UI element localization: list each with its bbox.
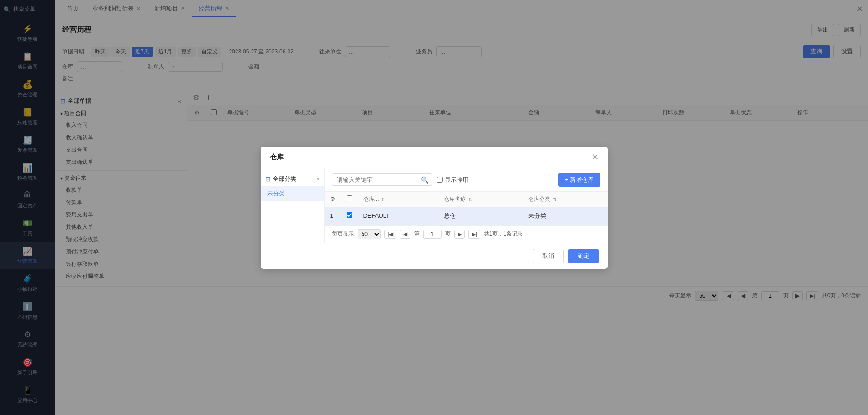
table-row[interactable]: 1 DEFAULT 总仓 未分类 xyxy=(325,207,608,225)
table-header-row: ⚙ 仓库... ⇅ 仓库名称 ⇅ xyxy=(325,192,608,207)
td-code: DEFAULT xyxy=(358,207,439,225)
add-warehouse-button[interactable]: + 新增仓库 xyxy=(558,173,600,187)
th-checkbox xyxy=(341,192,358,207)
modal-next-page-btn[interactable]: ▶ xyxy=(454,230,465,239)
modal-page-input[interactable] xyxy=(423,230,442,239)
modal-last-page-btn[interactable]: ▶| xyxy=(468,230,480,239)
modal-search-input[interactable] xyxy=(332,173,432,186)
modal-left-header: ⊞ 全部分类 « xyxy=(261,172,324,186)
modal-close-button[interactable]: ✕ xyxy=(592,153,599,161)
th-code: 仓库... ⇅ xyxy=(358,192,439,207)
modal-grid-icon: ⊞ xyxy=(265,175,271,183)
th-settings: ⚙ xyxy=(325,192,341,207)
td-category: 未分类 xyxy=(523,207,607,225)
modal-page-word: 第 xyxy=(414,230,420,238)
modal-left-panel: ⊞ 全部分类 « 未分类 xyxy=(261,168,325,243)
uncategorized-label: 未分类 xyxy=(267,189,285,198)
cancel-button[interactable]: 取消 xyxy=(533,249,564,263)
modal-right-panel: 🔍 显示停用 + 新增仓库 ⚙ xyxy=(325,168,608,243)
modal-prev-page-btn[interactable]: ◀ xyxy=(400,230,410,239)
show-disabled-label[interactable]: 显示停用 xyxy=(437,176,468,184)
modal-title: 仓库 xyxy=(270,153,284,162)
modal-page-label: 页 xyxy=(445,230,451,238)
td-row-num: 1 xyxy=(325,207,341,225)
collapse-left-icon[interactable]: « xyxy=(316,176,320,182)
modal-per-page-label: 每页显示 xyxy=(332,230,354,238)
modal-header: 仓库 ✕ xyxy=(261,147,608,168)
modal-header-checkbox[interactable] xyxy=(347,195,352,201)
modal-toolbar: 🔍 显示停用 + 新增仓库 xyxy=(325,168,608,192)
modal-pagination: 每页显示 50 100 |◀ ◀ 第 页 ▶ ▶| 共1页，1条记录 xyxy=(325,225,608,243)
modal-table: ⚙ 仓库... ⇅ 仓库名称 ⇅ xyxy=(325,192,608,225)
modal-per-page-select[interactable]: 50 100 xyxy=(358,229,381,239)
sort-category-icon: ⇅ xyxy=(553,197,557,202)
show-disabled-checkbox[interactable] xyxy=(437,177,443,183)
th-name: 仓库名称 ⇅ xyxy=(438,192,523,207)
row-checkbox[interactable] xyxy=(347,212,352,218)
sort-name-icon: ⇅ xyxy=(468,197,472,202)
modal-uncategorized-item[interactable]: 未分类 xyxy=(261,186,324,201)
modal-body: ⊞ 全部分类 « 未分类 🔍 显示停用 xyxy=(261,168,608,243)
all-category-label: 全部分类 xyxy=(273,175,296,183)
confirm-button[interactable]: 确定 xyxy=(568,249,599,263)
modal-search-icon[interactable]: 🔍 xyxy=(421,176,429,184)
modal-overlay[interactable]: 仓库 ✕ ⊞ 全部分类 « 未分类 xyxy=(0,0,868,415)
warehouse-modal: 仓库 ✕ ⊞ 全部分类 « 未分类 xyxy=(261,147,608,269)
show-disabled-text: 显示停用 xyxy=(445,176,468,184)
search-wrapper: 🔍 xyxy=(332,173,432,186)
th-category: 仓库分类 ⇅ xyxy=(523,192,607,207)
td-checkbox xyxy=(341,207,358,225)
sort-code-icon: ⇅ xyxy=(381,197,385,202)
modal-footer: 取消 确定 xyxy=(261,243,608,269)
modal-total-label: 共1页，1条记录 xyxy=(484,230,523,238)
modal-first-page-btn[interactable]: |◀ xyxy=(384,230,396,239)
td-name: 总仓 xyxy=(438,207,523,225)
